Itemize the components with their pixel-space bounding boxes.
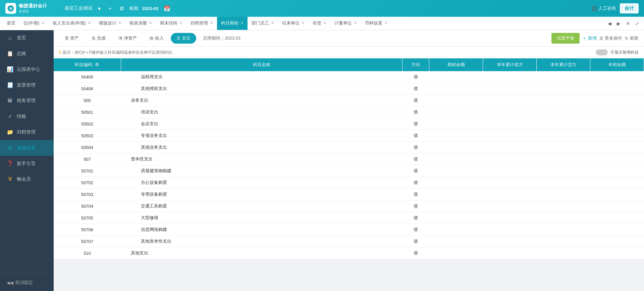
calc-balance-btn[interactable]: 试算平衡: [551, 33, 580, 44]
tab-dept-close[interactable]: ✕: [271, 21, 274, 25]
sidebar-item-ledger[interactable]: 📋 总账: [0, 46, 54, 61]
table-row[interactable]: 50704 交通工具购置 借: [54, 200, 644, 212]
cell-ytd-debit: [483, 95, 537, 106]
cell-year-opening: [590, 71, 644, 83]
tab-yearend-close[interactable]: ✕: [179, 21, 182, 25]
cell-code: 50706: [54, 224, 121, 236]
cell-opening: [429, 165, 483, 177]
cell-opening: [429, 153, 483, 165]
headset-icon: 🎧: [592, 6, 597, 11]
sidebar-item-home[interactable]: ⌂ 首页: [0, 30, 54, 46]
sidebar-item-member[interactable]: V 畅会员: [0, 172, 54, 187]
sidebar-item-invoice[interactable]: 🧾 发票管理: [0, 77, 54, 93]
th-name-label: 科目名称: [253, 62, 270, 67]
customer-service-btn[interactable]: 🎧 人工咨询: [592, 5, 616, 11]
tab-currency[interactable]: 币种设置 ✕: [361, 17, 391, 30]
tab-dept[interactable]: 部门员工 ✕: [248, 17, 278, 30]
table-row[interactable]: 50503 专项业务支出 借: [54, 130, 644, 142]
calendar-icon[interactable]: 📅: [162, 4, 172, 13]
th-ytd-credit: 本年累计贷方: [537, 58, 590, 71]
tab-scroll-right[interactable]: ▶: [615, 19, 623, 28]
subtab-liabilities[interactable]: 负 负债: [86, 33, 111, 44]
sidebar-item-guide[interactable]: ❓ 新手引导: [0, 156, 54, 172]
tab-inventory[interactable]: 存货 ✕: [309, 17, 330, 30]
sidebar-pin-toggle[interactable]: ◀◀ 取消固定: [0, 274, 54, 291]
account-button[interactable]: 会计: [620, 3, 639, 13]
table-row[interactable]: 505 业务支出 借: [54, 95, 644, 106]
table-row[interactable]: 50406 其他维权支出 借: [54, 83, 644, 95]
tip-text: ℹ 提示：按Ctrl＋F键并输入科目编码或者科目名称可以查找科目。: [59, 50, 176, 55]
sidebar-item-settings[interactable]: ⚙ 基础设置: [0, 140, 54, 156]
sidebar-item-tax[interactable]: 🏛 税务管理: [0, 93, 54, 108]
sidebar-item-archive[interactable]: 📁 归档管理: [0, 124, 54, 140]
tab-income[interactable]: 收入支出表(年报) ✕: [49, 17, 95, 30]
tab-template[interactable]: 模版设计 ✕: [95, 17, 125, 30]
tab-period-close[interactable]: ✕: [42, 21, 45, 25]
sidebar-item-reports[interactable]: 📊 云报表中心: [0, 61, 54, 77]
cell-opening: [429, 71, 483, 83]
subtab-assets[interactable]: 资 资产: [59, 33, 85, 44]
cell-ytd-debit: [483, 83, 537, 95]
guide-icon: ❓: [7, 160, 13, 167]
tab-template-close[interactable]: ✕: [118, 21, 121, 25]
subtab-expenditure[interactable]: 支 支出: [171, 33, 196, 44]
cell-year-opening: [590, 247, 644, 259]
tab-expand[interactable]: ⤢: [633, 19, 641, 28]
cell-code: 505: [54, 95, 121, 106]
dropdown-icon[interactable]: ▾: [97, 4, 102, 13]
tab-archive-close[interactable]: ✕: [210, 21, 213, 25]
tab-scroll-left[interactable]: ◀: [606, 19, 613, 28]
cell-dir: 借: [402, 142, 429, 153]
more-btn[interactable]: ☰ 更多操作: [599, 35, 622, 41]
tab-partner-close[interactable]: ✕: [302, 21, 305, 25]
member-icon: V: [7, 176, 13, 182]
sidebar-label-ledger: 总账: [17, 51, 26, 57]
table-row[interactable]: 50703 专用设备购置 借: [54, 189, 644, 200]
table-row[interactable]: 50706 信息网络购建 借: [54, 224, 644, 236]
cell-code: 507: [54, 153, 121, 165]
cell-ytd-debit: [483, 247, 537, 259]
tab-archive[interactable]: 归档管理 ✕: [186, 17, 217, 30]
sidebar-label-invoice: 发票管理: [17, 82, 36, 88]
tab-partner[interactable]: 往来单位 ✕: [278, 17, 309, 30]
add-label: 新增: [588, 35, 597, 41]
tab-taxform[interactable]: 税表清册 ✕: [125, 17, 156, 30]
tab-inventory-close[interactable]: ✕: [323, 21, 326, 25]
table-row[interactable]: 50405 远程维支出 借: [54, 71, 644, 83]
add-btn[interactable]: ＋ 新增: [582, 35, 597, 41]
cell-year-opening: [590, 130, 644, 142]
cell-dir: 借: [402, 71, 429, 83]
tab-taxform-close[interactable]: ✕: [149, 21, 152, 25]
sidebar-item-settle[interactable]: ✓ 结账: [0, 108, 54, 124]
th-gear-icon[interactable]: ⚙: [95, 62, 99, 67]
tab-home[interactable]: 首页: [3, 17, 19, 30]
th-name: 科目名称: [121, 58, 402, 71]
tab-period[interactable]: 仅(中期) ✕: [19, 17, 49, 30]
tab-income-close[interactable]: ✕: [88, 21, 91, 25]
app-title: 畅捷通好会计: [19, 3, 47, 9]
tab-subject-init-close[interactable]: ✕: [240, 21, 244, 25]
table-row[interactable]: 50705 大型修缮 借: [54, 212, 644, 224]
tab-yearend[interactable]: 期末结转 ✕: [156, 17, 186, 30]
subtab-income[interactable]: 收 收入: [144, 33, 169, 44]
table-row[interactable]: 50702 办公设备购置 借: [54, 177, 644, 189]
tab-currency-close[interactable]: ✕: [384, 21, 387, 25]
add-company-btn[interactable]: ＋: [106, 4, 114, 13]
tab-subject-init[interactable]: 科目期初 ✕: [217, 17, 248, 30]
table-row[interactable]: 50707 其他资本性支出 借: [54, 236, 644, 247]
table-row[interactable]: 50502 会议支出 借: [54, 118, 644, 130]
disable-toggle[interactable]: [596, 49, 608, 55]
table-row[interactable]: 50504 其他业务支出 借: [54, 142, 644, 153]
tab-close-all[interactable]: ✕: [624, 19, 632, 28]
tab-unit[interactable]: 计量单位 ✕: [330, 17, 361, 30]
refresh-btn[interactable]: ↻ 刷新: [625, 35, 639, 41]
tab-unit-close[interactable]: ✕: [354, 21, 357, 25]
settings-icon[interactable]: ⚙: [118, 4, 125, 13]
cell-year-opening: [590, 177, 644, 189]
table-row[interactable]: 507 资本性支出 借: [54, 153, 644, 165]
table-row[interactable]: 50501 培训支出 借: [54, 106, 644, 118]
cell-code: 50702: [54, 177, 121, 189]
subtab-net-assets[interactable]: 净 净资产: [113, 33, 143, 44]
table-row[interactable]: 50701 房屋建筑物购建 借: [54, 165, 644, 177]
table-row[interactable]: 510 其他支出 借: [54, 247, 644, 259]
